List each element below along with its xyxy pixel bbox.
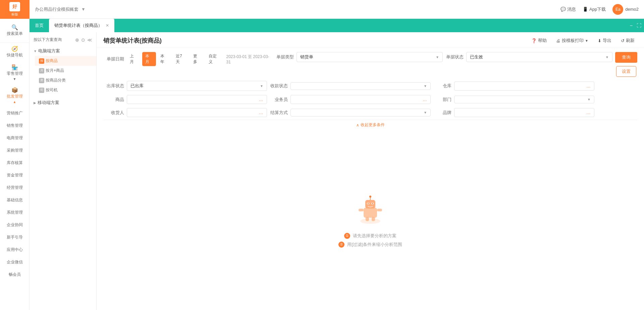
tree-pc-header[interactable]: ▼ 电脑端方案 xyxy=(30,46,96,56)
message-btn[interactable]: 💬 消息 xyxy=(560,6,576,12)
tree-item-by-month-goods[interactable]: 月 按月+商品 xyxy=(35,66,96,75)
sidebar-item-search[interactable]: 🔍 搜索菜单 xyxy=(0,21,29,40)
refresh-btn[interactable]: ↺ 刷新 xyxy=(618,36,637,45)
sidebar-item-guide[interactable]: 新手引导 xyxy=(0,231,29,244)
filter-goods-group: 商品 … xyxy=(103,95,267,104)
sidebar-item-member[interactable]: 畅会员 xyxy=(0,268,29,281)
settlement-chevron: ▼ xyxy=(424,111,427,114)
warehouse-input[interactable]: … xyxy=(454,82,594,91)
sidebar-item-retail[interactable]: 🏪 零售管理 ▼ xyxy=(0,61,29,84)
tab-maximize-icon[interactable]: ⛶ xyxy=(637,23,641,28)
settings-button[interactable]: 设置 xyxy=(616,66,636,77)
sidebar-logo[interactable]: 好 标版 xyxy=(0,0,30,19)
doc-status-select[interactable]: 已生效 ▼ xyxy=(466,52,612,62)
left-panel: 按以下方案查询 ⊕ ⊙ ≪ ▼ 电脑端方案 按 按商品 xyxy=(30,32,97,310)
tree-item-by-category[interactable]: 类 按商品分类 xyxy=(35,75,96,85)
date-btn-this-year[interactable]: 本年 xyxy=(157,52,171,66)
tab-close-icon[interactable]: ✕ xyxy=(106,23,109,28)
tree-section-pc: ▼ 电脑端方案 按 按商品 月 按月+商品 类 按商品分类 xyxy=(30,45,96,96)
help-btn[interactable]: ❓ 帮助 xyxy=(529,36,549,45)
tree-expand-icon: ▼ xyxy=(34,49,37,53)
sidebar-item-apps[interactable]: 应用中心 xyxy=(0,244,29,256)
receiver-input[interactable]: … xyxy=(127,108,267,117)
date-btn-7days[interactable]: 近7天 xyxy=(173,52,189,66)
sidebar-item-sales[interactable]: 销售管理 xyxy=(0,119,29,132)
sidebar-item-ecommerce[interactable]: 电商管理 xyxy=(0,132,29,144)
receiver-label: 收货人 xyxy=(103,110,127,116)
doc-type-value: 销货单 xyxy=(300,54,313,60)
export-btn[interactable]: ⬇ 导出 xyxy=(595,36,614,45)
filter-out-status-group: 出库状态 已出库 ▼ xyxy=(103,81,267,91)
print-btn[interactable]: 🖨 按模板打印 ▼ xyxy=(553,36,591,45)
tree-item-by-goods[interactable]: 按 按商品 xyxy=(35,56,96,66)
tree-item-by-driver[interactable]: 司 按司机 xyxy=(35,85,96,95)
salesman-dots: … xyxy=(423,97,427,102)
sidebar-item-purchase[interactable]: 采购管理 xyxy=(0,144,29,157)
doc-status-chevron: ▼ xyxy=(605,55,609,59)
svg-rect-8 xyxy=(372,203,373,204)
filter-collect-status-group: 收款状态 ▼ xyxy=(267,82,431,90)
search-icon: 🔍 xyxy=(11,25,18,30)
sidebar-item-base[interactable]: 基础信息 xyxy=(0,194,29,206)
tree-item-month-goods-label: 按月+商品 xyxy=(46,68,64,73)
sidebar-item-wholesale[interactable]: 📦 批发管理 ▲ xyxy=(0,84,29,107)
user-menu[interactable]: Ea demo2 xyxy=(612,4,639,15)
settlement-select[interactable]: ▼ xyxy=(290,109,431,116)
filter-row-2: 出库状态 已出库 ▼ 收款状态 ▼ 仓库 xyxy=(103,81,637,91)
query-button[interactable]: 查询 xyxy=(615,52,637,63)
date-btn-this-month[interactable]: 本月 xyxy=(142,52,156,66)
sidebar-item-enterprise[interactable]: 企业协同 xyxy=(0,219,29,231)
page-header: 销货单统计表(按商品) ❓ 帮助 🖨 按模板打印 ▼ ⬇ 导出 xyxy=(97,32,644,48)
date-btn-more[interactable]: 更多 xyxy=(190,52,204,66)
header-left: 办公用品行业模拟账套 ▼ xyxy=(35,6,86,12)
logo-text: 标版 xyxy=(11,12,18,17)
tree-mobile-expand-icon: ▶ xyxy=(34,101,36,105)
goods-input[interactable]: … xyxy=(127,95,267,104)
app-download-btn[interactable]: 📱 App下载 xyxy=(583,6,606,12)
collapse-panel-icon[interactable]: ≪ xyxy=(87,37,92,43)
tab-home[interactable]: 首页 xyxy=(30,19,49,32)
help-icon: ❓ xyxy=(531,38,537,43)
dept-select[interactable]: ▼ xyxy=(454,96,594,103)
sidebar-item-system[interactable]: 系统管理 xyxy=(0,206,29,219)
svg-rect-10 xyxy=(377,209,382,211)
collapse-label: 收起更多条件 xyxy=(361,122,385,128)
tree-pc-label: 电脑端方案 xyxy=(38,48,60,54)
date-btn-custom[interactable]: 自定义 xyxy=(206,52,224,66)
logo-icon: 好 xyxy=(9,2,20,11)
top-header: 办公用品行业模拟账套 ▼ 💬 消息 📱 App下载 Ea demo2 xyxy=(30,0,644,19)
tree-mobile-header[interactable]: ▶ 移动端方案 xyxy=(30,98,96,108)
filter-doc-type-group: 单据类型 销货单 ▼ xyxy=(273,52,443,62)
salesman-input[interactable]: … xyxy=(290,95,431,104)
collect-status-chevron: ▼ xyxy=(424,84,427,88)
username: demo2 xyxy=(625,7,639,12)
industry-dropdown-icon[interactable]: ▼ xyxy=(81,7,86,12)
collapse-filter-btn[interactable]: ∧ 收起更多条件 xyxy=(103,120,637,130)
dept-label: 部门 xyxy=(431,97,454,103)
out-status-select[interactable]: 已出库 ▼ xyxy=(127,81,267,91)
filter-brand-group: 品牌 … xyxy=(431,108,594,117)
sidebar: 好 标版 🔍 搜索菜单 🧭 快捷导航 🏪 零售管理 ▼ 📦 批发管理 ▲ 营销推… xyxy=(0,0,30,310)
industry-name: 办公用品行业模拟账套 xyxy=(35,6,78,12)
sidebar-item-quick-nav[interactable]: 🧭 快捷导航 xyxy=(0,43,29,61)
sidebar-item-inventory[interactable]: 库存核算 xyxy=(0,157,29,169)
tip1-num: ① xyxy=(344,233,350,239)
sidebar-item-operations[interactable]: 经营管理 xyxy=(0,182,29,194)
sidebar-item-marketing[interactable]: 营销推广 xyxy=(0,107,29,119)
date-btn-last-month[interactable]: 上月 xyxy=(127,52,141,66)
tree-item-by-goods-label: 按商品 xyxy=(46,58,58,64)
tab-minimize-icon[interactable]: － xyxy=(629,22,634,29)
doc-type-select[interactable]: 销货单 ▼ xyxy=(297,52,443,62)
collect-status-select[interactable]: ▼ xyxy=(290,82,431,90)
query-btn-group: 查询 设置 xyxy=(615,52,637,77)
goods-dots: … xyxy=(259,97,263,102)
compass-icon: 🧭 xyxy=(11,46,18,52)
dept-chevron: ▼ xyxy=(587,98,591,101)
filter-receiver-group: 收货人 … xyxy=(103,108,267,117)
sidebar-item-finance[interactable]: 资金管理 xyxy=(0,169,29,182)
settings-scheme-icon[interactable]: ⊙ xyxy=(81,37,85,43)
tab-sales-stats[interactable]: 销货单统计表（按商品） ✕ xyxy=(49,19,114,32)
add-scheme-icon[interactable]: ⊕ xyxy=(75,37,79,43)
sidebar-item-wechat[interactable]: 企业微信 xyxy=(0,256,29,268)
brand-input[interactable]: … xyxy=(454,108,594,117)
